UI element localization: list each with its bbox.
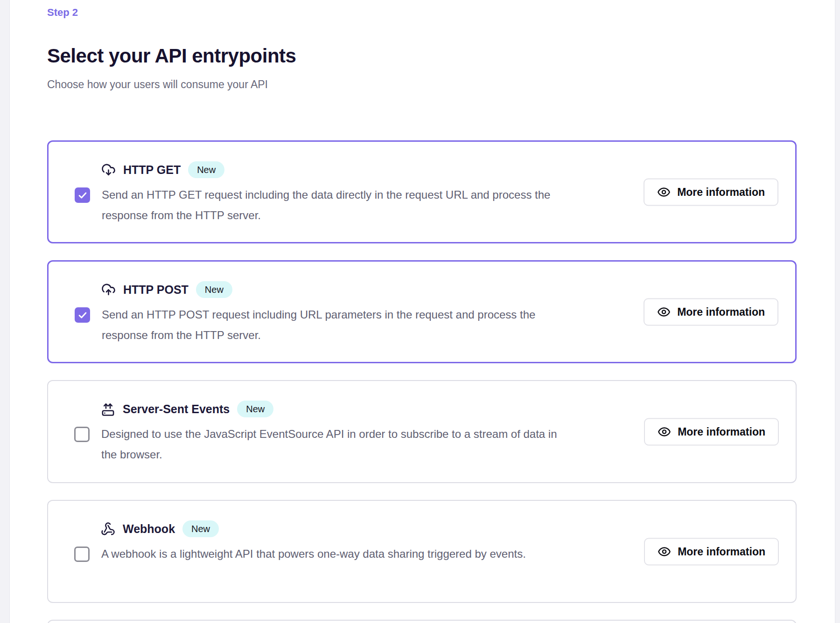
more-information-button[interactable]: More information — [644, 538, 779, 565]
new-badge: New — [196, 281, 232, 298]
entrypoint-card-http-get[interactable]: HTTP GET New Send an HTTP GET request in… — [47, 140, 797, 243]
card-header: Webhook New — [48, 501, 796, 537]
eye-icon — [657, 185, 671, 199]
entrypoint-description: Send an HTTP POST request including URL … — [102, 305, 559, 346]
cloud-download-icon — [101, 163, 116, 177]
more-information-button[interactable]: More information — [644, 178, 778, 206]
entrypoint-checkbox[interactable] — [75, 187, 90, 203]
more-information-label: More information — [678, 425, 765, 438]
eye-icon — [658, 545, 671, 558]
entrypoint-card-http-post[interactable]: HTTP POST New Send an HTTP POST request … — [47, 260, 797, 363]
card-header: HTTP GET New — [49, 142, 795, 178]
entrypoint-description: Designed to use the JavaScript EventSour… — [101, 424, 559, 465]
entrypoint-title: HTTP GET — [123, 163, 181, 177]
entrypoint-card-webhook[interactable]: Webhook New A webhook is a lightweight A… — [47, 500, 797, 603]
step-content: Step 2 Select your API entrypoints Choos… — [10, 0, 835, 623]
more-information-button[interactable]: More information — [644, 418, 779, 445]
more-information-label: More information — [677, 186, 765, 198]
entrypoint-description: A webhook is a lightweight API that powe… — [101, 544, 526, 564]
entrypoint-checkbox[interactable] — [74, 547, 90, 562]
more-information-button[interactable]: More information — [644, 298, 778, 325]
webhook-icon — [101, 522, 115, 536]
new-badge: New — [188, 161, 224, 178]
entrypoint-card-list: HTTP GET New Send an HTTP GET request in… — [47, 140, 797, 623]
server-upload-arrows-icon — [101, 402, 115, 416]
step-label: Step 2 — [47, 7, 835, 19]
more-information-label: More information — [677, 305, 765, 318]
entrypoint-checkbox[interactable] — [74, 427, 90, 442]
entrypoint-title: HTTP POST — [123, 283, 189, 297]
entrypoint-title: Server-Sent Events — [123, 402, 230, 416]
entrypoint-description: Send an HTTP GET request including the d… — [102, 185, 559, 226]
main-panel: Step 2 Select your API entrypoints Choos… — [9, 0, 835, 623]
entrypoint-card-server-sent-events[interactable]: Server-Sent Events New Designed to use t… — [47, 380, 797, 483]
cloud-upload-icon — [101, 283, 116, 297]
eye-icon — [657, 305, 671, 318]
entrypoint-checkbox[interactable] — [75, 307, 90, 323]
new-badge: New — [237, 401, 273, 417]
entrypoint-title: Webhook — [123, 522, 175, 536]
card-header: Server-Sent Events New — [48, 381, 796, 417]
page-subtitle: Choose how your users will consume your … — [47, 78, 835, 91]
page-title: Select your API entrypoints — [47, 45, 835, 67]
eye-icon — [658, 425, 671, 438]
more-information-label: More information — [678, 545, 765, 558]
card-header: HTTP POST New — [49, 262, 795, 298]
entrypoint-card-partial — [47, 620, 797, 623]
new-badge: New — [182, 520, 219, 537]
